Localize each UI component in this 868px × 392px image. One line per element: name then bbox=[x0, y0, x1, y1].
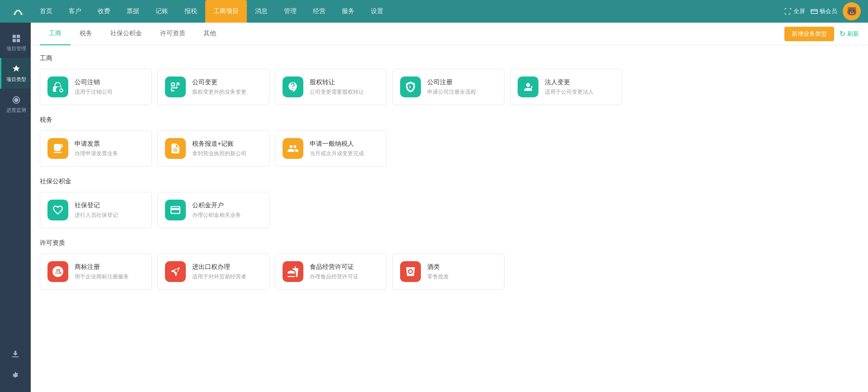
card-info: 公司变更 股权变更外的业务变更 bbox=[192, 78, 262, 96]
card-title: 股权转让 bbox=[310, 78, 379, 86]
card-title: 税务报道+记账 bbox=[192, 140, 262, 148]
app-logo[interactable] bbox=[5, 0, 32, 23]
refresh-button[interactable]: ↻ 刷新 bbox=[840, 29, 859, 38]
svg-rect-4 bbox=[16, 38, 19, 42]
content-area: 工商税务社保公积金许可资质其他 新增业务类型 ↻ 刷新 工商 公司注销 适用于注… bbox=[31, 23, 868, 392]
card-title: 公积金开户 bbox=[192, 201, 262, 210]
card-info: 公司注册 申请公司注册全流程 bbox=[427, 78, 497, 96]
card-desc: 办理公积金相关业务 bbox=[192, 211, 262, 219]
sidebar-item-progress[interactable]: 进度监测 bbox=[0, 89, 31, 120]
card-desc: 公司变更需要股权转让 bbox=[310, 88, 379, 96]
nav-item-消息[interactable]: 消息 bbox=[247, 0, 276, 23]
nav-item-工商项目[interactable]: 工商项目 bbox=[205, 0, 247, 23]
service-card-进出口权办理[interactable]: 进出口权办理 适用于对外贸易经营者 bbox=[157, 253, 269, 290]
card-info: 酒类 零售批发 bbox=[427, 263, 497, 281]
top-navigation: 首页客户收费票据记账报税工商项目消息管理经营服务设置 全屏 畅会员 🐻 bbox=[0, 0, 868, 23]
card-desc: 零售批发 bbox=[427, 273, 497, 281]
section-title-税务: 税务 bbox=[40, 116, 859, 124]
card-info: 税务报道+记账 拿到营业执照的新公司 bbox=[192, 140, 262, 158]
service-card-公司注销[interactable]: 公司注销 适用于注销公司 bbox=[40, 69, 152, 105]
card-desc: 用于企业商标注册服务 bbox=[75, 273, 144, 281]
card-info: 进出口权办理 适用于对外贸易经营者 bbox=[192, 263, 262, 281]
content-scroll[interactable]: 工商 公司注销 适用于注销公司 公司变更 股权变更外的业务变更 bbox=[31, 45, 868, 392]
nav-item-管理[interactable]: 管理 bbox=[276, 0, 305, 23]
nav-item-报税[interactable]: 报税 bbox=[176, 0, 205, 23]
card-info: 申请一般纳税人 当月或次月成变更完成 bbox=[310, 140, 379, 158]
nav-item-首页[interactable]: 首页 bbox=[32, 0, 61, 23]
service-card-食品经营许可证[interactable]: 食品经营许可证 办理食品经营许可证 bbox=[275, 253, 387, 290]
section-title-社保公积金: 社保公积金 bbox=[40, 177, 859, 186]
card-icon-social-security bbox=[47, 200, 68, 220]
fullscreen-button[interactable]: 全屏 bbox=[784, 7, 805, 15]
service-card-法人变更[interactable]: 法人变更 适用于公司变更法人 bbox=[510, 69, 622, 105]
service-card-社保登记[interactable]: 社保登记 进行人员社保登记 bbox=[40, 192, 152, 228]
card-icon-fund-account bbox=[165, 200, 186, 220]
service-card-公积金开户[interactable]: 公积金开户 办理公积金相关业务 bbox=[157, 192, 269, 228]
card-icon-trademark bbox=[47, 261, 68, 282]
card-icon-invoice bbox=[47, 138, 68, 159]
svg-rect-1 bbox=[12, 34, 15, 38]
card-icon-building-change bbox=[165, 76, 186, 97]
nav-item-经营[interactable]: 经营 bbox=[305, 0, 334, 23]
vip-button[interactable]: 畅会员 bbox=[811, 7, 837, 15]
card-info: 股权转让 公司变更需要股权转让 bbox=[310, 78, 379, 96]
card-title: 商标注册 bbox=[75, 263, 144, 271]
card-title: 公司变更 bbox=[192, 78, 262, 86]
service-card-公司注册[interactable]: 公司注册 申请公司注册全流程 bbox=[392, 69, 505, 105]
nav-item-客户[interactable]: 客户 bbox=[61, 0, 90, 23]
nav-items: 首页客户收费票据记账报税工商项目消息管理经营服务设置 bbox=[32, 0, 784, 23]
tab-其他[interactable]: 其他 bbox=[194, 23, 225, 45]
new-type-button[interactable]: 新增业务类型 bbox=[784, 27, 834, 41]
card-info: 公积金开户 办理公积金相关业务 bbox=[192, 201, 262, 219]
sidebar-bottom bbox=[6, 345, 24, 385]
sidebar-item-project-type[interactable]: 项目类型 bbox=[0, 58, 31, 89]
service-card-税务报道+记账[interactable]: 税务报道+记账 拿到营业执照的新公司 bbox=[157, 130, 269, 167]
card-icon-stock-transfer bbox=[283, 76, 303, 97]
card-info: 商标注册 用于企业商标注册服务 bbox=[75, 263, 144, 281]
service-card-申请一般纳税人[interactable]: 申请一般纳税人 当月或次月成变更完成 bbox=[275, 130, 387, 167]
service-card-商标注册[interactable]: 商标注册 用于企业商标注册服务 bbox=[40, 253, 152, 290]
nav-item-服务[interactable]: 服务 bbox=[334, 0, 363, 23]
nav-item-票据[interactable]: 票据 bbox=[118, 0, 147, 23]
card-desc: 拿到营业执照的新公司 bbox=[192, 150, 262, 158]
card-title: 申请一般纳税人 bbox=[310, 140, 379, 148]
card-icon-tax-payer bbox=[283, 138, 303, 159]
card-icon-tax-report bbox=[165, 138, 186, 159]
svg-rect-0 bbox=[811, 10, 817, 14]
card-icon-building-cancel bbox=[47, 76, 68, 97]
service-card-酒类[interactable]: 酒类 零售批发 bbox=[392, 253, 505, 290]
nav-item-收费[interactable]: 收费 bbox=[90, 0, 118, 23]
left-sidebar: 项目管理 项目类型 进度监测 bbox=[0, 23, 31, 392]
download-icon[interactable] bbox=[6, 345, 24, 363]
tab-工商[interactable]: 工商 bbox=[40, 23, 71, 45]
nav-item-记账[interactable]: 记账 bbox=[147, 0, 176, 23]
card-title: 公司注册 bbox=[427, 78, 497, 86]
tab-社保公积金[interactable]: 社保公积金 bbox=[101, 23, 151, 45]
service-card-申请发票[interactable]: 申请发票 办理申请发票业务 bbox=[40, 130, 152, 167]
tab-税务[interactable]: 税务 bbox=[71, 23, 101, 45]
card-info: 法人变更 适用于公司变更法人 bbox=[545, 78, 614, 96]
settings-icon[interactable] bbox=[6, 367, 24, 385]
card-icon-building-register bbox=[400, 76, 421, 97]
card-title: 法人变更 bbox=[545, 78, 614, 86]
service-card-公司变更[interactable]: 公司变更 股权变更外的业务变更 bbox=[157, 69, 269, 105]
card-desc: 适用于注销公司 bbox=[75, 88, 144, 96]
tab-许可资质[interactable]: 许可资质 bbox=[151, 23, 194, 45]
section-title-工商: 工商 bbox=[40, 54, 859, 62]
card-icon-alcohol bbox=[400, 261, 421, 282]
section-title-许可资质: 许可资质 bbox=[40, 239, 859, 247]
top-nav-right: 全屏 畅会员 🐻 bbox=[784, 2, 868, 20]
card-title: 进出口权办理 bbox=[192, 263, 262, 271]
sidebar-item-project-manage[interactable]: 项目管理 bbox=[0, 27, 31, 58]
card-desc: 适用于对外贸易经营者 bbox=[192, 273, 262, 281]
refresh-icon: ↻ bbox=[840, 29, 845, 38]
cards-grid-税务: 申请发票 办理申请发票业务 税务报道+记账 拿到营业执照的新公司 申请一般纳税人… bbox=[40, 130, 859, 167]
card-title: 食品经营许可证 bbox=[310, 263, 379, 271]
card-desc: 适用于公司变更法人 bbox=[545, 88, 614, 96]
svg-rect-2 bbox=[16, 34, 19, 38]
service-card-股权转让[interactable]: 股权转让 公司变更需要股权转让 bbox=[275, 69, 387, 105]
card-info: 申请发票 办理申请发票业务 bbox=[75, 140, 144, 158]
nav-item-设置[interactable]: 设置 bbox=[363, 0, 392, 23]
cards-grid-社保公积金: 社保登记 进行人员社保登记 公积金开户 办理公积金相关业务 bbox=[40, 192, 859, 228]
card-icon-food-license bbox=[283, 261, 303, 282]
